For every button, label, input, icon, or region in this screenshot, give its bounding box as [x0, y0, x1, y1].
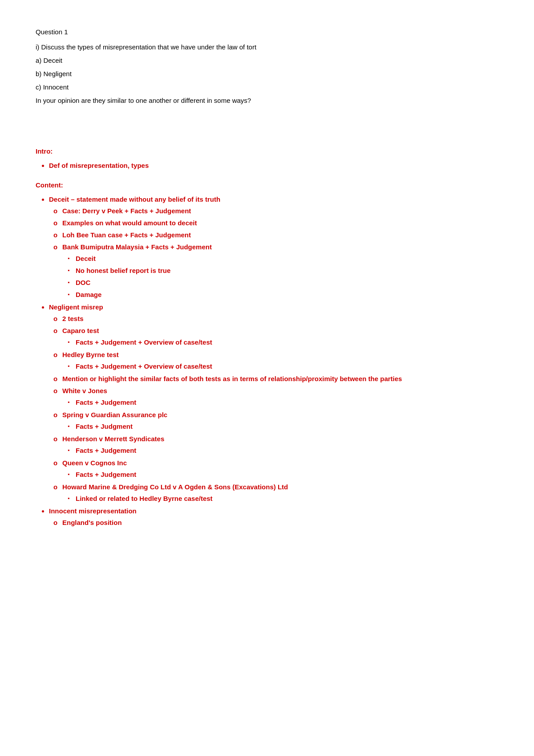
content-subitem-0-2: Loh Bee Tuan case + Facts + Judgement — [62, 230, 498, 240]
content-subitem-1-2: Hedley Byrne testFacts + Judgement + Ove… — [62, 350, 498, 372]
content-subitem-1-7: Queen v Cognos IncFacts + Judgement — [62, 458, 498, 480]
question-line5: In your opinion are they similar to one … — [36, 95, 498, 106]
intro-item1: Def of misrepresentation, types — [49, 160, 498, 171]
content-subsubitem-1-6-0: Facts + Judgement — [76, 445, 498, 456]
content-subitem-1-3: Mention or highlight the similar facts o… — [62, 374, 498, 384]
content-item-2: Innocent misrepresentationEngland's posi… — [49, 506, 498, 528]
content-subitem-0-0: Case: Derry v Peek + Facts + Judgement — [62, 206, 498, 216]
content-subsubitem-1-8-0: Linked or related to Hedley Byrne case/t… — [76, 493, 498, 504]
question-line3: b) Negligent — [36, 69, 498, 79]
content-subsubitem-1-5-0: Facts + Judgment — [76, 421, 498, 432]
content-subitem-0-1: Examples on what would amount to deceit — [62, 218, 498, 228]
content-subitem-1-8: Howard Marine & Dredging Co Ltd v A Ogde… — [62, 482, 498, 504]
content-item-0: Deceit – statement made without any beli… — [49, 194, 498, 300]
intro-list: Def of misrepresentation, types — [36, 160, 498, 171]
content-subsubitem-0-3-1: No honest belief report is true — [76, 265, 498, 276]
content-subitem-1-0: 2 tests — [62, 313, 498, 324]
question-line2: a) Deceit — [36, 55, 498, 66]
intro-heading: Intro: — [36, 146, 498, 157]
content-subsubitem-0-3-3: Damage — [76, 289, 498, 300]
content-subitem-1-6: Henderson v Merrett SyndicatesFacts + Ju… — [62, 434, 498, 456]
content-subsubitem-0-3-2: DOC — [76, 277, 498, 288]
content-section: Content: Deceit – statement made without… — [36, 180, 498, 528]
question-line1: i) Discuss the types of misrepresentatio… — [36, 42, 498, 53]
question-line4: c) Innocent — [36, 82, 498, 93]
question-section: Question 1 i) Discuss the types of misre… — [36, 27, 498, 106]
content-subsubitem-0-3-0: Deceit — [76, 253, 498, 264]
content-item-1: Negligent misrep2 testsCaparo testFacts … — [49, 302, 498, 504]
content-subsubitem-1-1-0: Facts + Judgement + Overview of case/tes… — [76, 337, 498, 348]
content-heading: Content: — [36, 180, 498, 191]
content-subsubitem-1-4-0: Facts + Judgement — [76, 397, 498, 408]
question-title: Question 1 — [36, 27, 498, 37]
content-subitem-1-5: Spring v Guardian Assurance plcFacts + J… — [62, 410, 498, 432]
content-subitem-2-0: England's position — [62, 517, 498, 528]
content-subsubitem-1-7-0: Facts + Judgement — [76, 469, 498, 480]
content-list: Deceit – statement made without any beli… — [36, 194, 498, 528]
intro-section: Intro: Def of misrepresentation, types — [36, 146, 498, 171]
content-subitem-1-4: White v JonesFacts + Judgement — [62, 386, 498, 408]
content-subitem-1-1: Caparo testFacts + Judgement + Overview … — [62, 325, 498, 348]
content-subsubitem-1-2-0: Facts + Judgement + Overview of case/tes… — [76, 361, 498, 372]
content-subitem-0-3: Bank Bumiputra Malaysia + Facts + Judgem… — [62, 242, 498, 300]
